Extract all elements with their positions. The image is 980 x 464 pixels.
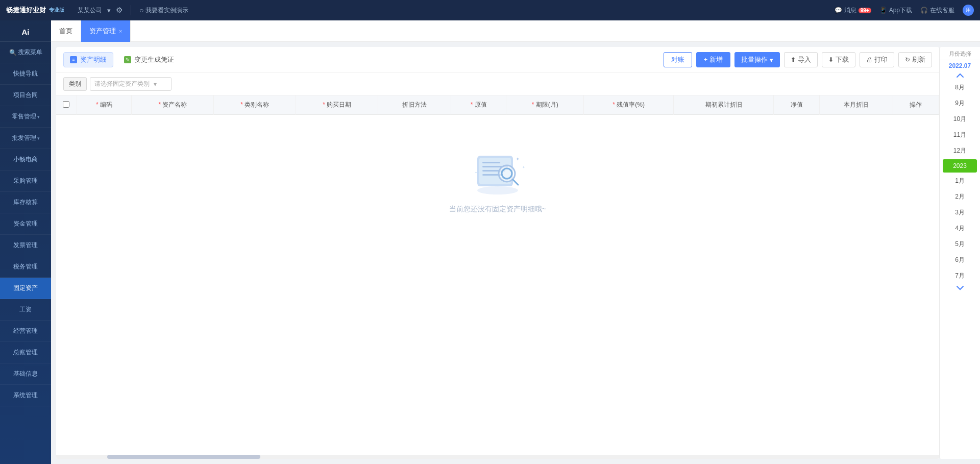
chevron-up-icon	[956, 73, 964, 78]
month-scroll-down[interactable]	[940, 284, 980, 292]
sidebar-item-purchase[interactable]: 采购管理	[0, 170, 51, 192]
divider	[131, 5, 131, 15]
month-item-12[interactable]: 12月	[943, 143, 977, 158]
month-item-5[interactable]: 5月	[943, 237, 977, 252]
sidebar-ecommerce-label: 小畅电商	[13, 155, 38, 164]
sidebar-item-wholesale[interactable]: 批发管理 ▾	[0, 128, 51, 149]
col-name: * 资产名称	[132, 95, 214, 115]
page-content: ≡ 资产明细 ✎ 变更生成凭证 对账 + 新增 批量操作 ▾	[51, 42, 980, 464]
month-item-11[interactable]: 11月	[943, 128, 977, 142]
category-dropdown-icon: ▾	[154, 81, 157, 88]
sidebar-item-basicinfo[interactable]: 基础信息	[0, 363, 51, 385]
sidebar-ai-label: Ai	[4, 28, 47, 36]
col-operation: 操作	[893, 95, 939, 115]
tab-home[interactable]: 首页	[51, 20, 81, 42]
sidebar-item-quicknav[interactable]: 快捷导航	[0, 63, 51, 85]
app-edition: 专业版	[49, 7, 64, 14]
month-scroll-up[interactable]	[940, 71, 980, 80]
col-purchase-date: * 购买日期	[296, 95, 378, 115]
sidebar-item-finance[interactable]: 资金管理	[0, 213, 51, 235]
change-voucher-icon: ✎	[124, 56, 131, 63]
message-label: 消息	[844, 6, 856, 15]
month-item-6[interactable]: 6月	[943, 253, 977, 267]
sub-tab-asset-detail[interactable]: ≡ 资产明细	[63, 52, 113, 67]
top-bar: 畅捷通好业财 专业版 某某公司 ▾ ⚙ ○ 我要看实例演示 💬 消息 99+ 📱…	[0, 0, 980, 20]
svg-line-9	[513, 180, 518, 185]
refresh-button[interactable]: ↻ 刷新	[898, 52, 932, 67]
svg-point-0	[477, 186, 518, 194]
user-avatar[interactable]: 用	[963, 5, 974, 16]
sidebar-finance-label: 资金管理	[13, 219, 38, 228]
batch-button[interactable]: 批量操作 ▾	[734, 52, 780, 67]
sidebar-operation-label: 经营管理	[13, 327, 38, 335]
month-item-2[interactable]: 2月	[943, 189, 977, 204]
batch-label: 批量操作	[741, 55, 768, 64]
sidebar-item-search[interactable]: 🔍 搜索菜单	[0, 42, 51, 63]
table-header-checkbox	[56, 95, 77, 115]
tab-close-icon[interactable]: ×	[119, 28, 122, 34]
sidebar: Ai 🔍 搜索菜单 快捷导航 项目合同 零售管理 ▾ 批发管理 ▾ 小畅电商 采…	[0, 20, 51, 464]
sidebar-item-operation[interactable]: 经营管理	[0, 321, 51, 342]
app-download-btn[interactable]: 📱 App下载	[879, 6, 912, 15]
print-button[interactable]: 🖨 打印	[860, 52, 894, 67]
month-item-1[interactable]: 1月	[943, 174, 977, 188]
sidebar-item-fixedasset[interactable]: 固定资产	[0, 278, 51, 299]
sidebar-salary-label: 工资	[19, 305, 32, 314]
message-badge: 99+	[859, 8, 871, 13]
duizhang-button[interactable]: 对账	[664, 52, 692, 67]
demo-link[interactable]: ○ 我要看实例演示	[139, 6, 188, 15]
select-all-checkbox[interactable]	[63, 101, 69, 108]
settings-icon[interactable]: ⚙	[116, 6, 122, 15]
month-item-9[interactable]: 9月	[943, 96, 977, 111]
svg-text:✦: ✦	[516, 156, 520, 162]
sidebar-item-ledger[interactable]: 总账管理	[0, 342, 51, 363]
sidebar-item-retail[interactable]: 零售管理 ▾	[0, 106, 51, 128]
sidebar-inventory-label: 库存核算	[13, 198, 38, 207]
month-item-3[interactable]: 3月	[943, 205, 977, 220]
sidebar-item-ecommerce[interactable]: 小畅电商	[0, 149, 51, 170]
bottom-scroll[interactable]	[56, 455, 939, 459]
sidebar-wholesale-label: 批发管理	[12, 134, 36, 142]
category-label: 类别	[63, 77, 87, 91]
sub-tab-change-voucher[interactable]: ✎ 变更生成凭证	[117, 52, 181, 67]
category-select: 类别 请选择固定资产类别 ▾	[63, 77, 172, 91]
bottom-scroll-thumb[interactable]	[107, 455, 260, 459]
table-wrapper: * 编码 * 资产名称 * 类别名称 * 购买日期 折旧方法 * 原值 * 期限…	[56, 95, 939, 455]
add-button[interactable]: + 新增	[696, 52, 730, 67]
message-icon: 💬	[835, 7, 842, 14]
tab-asset-management-label: 资产管理	[89, 27, 116, 36]
category-input[interactable]: 请选择固定资产类别 ▾	[90, 77, 172, 91]
col-period: * 期限(月)	[506, 95, 584, 115]
empty-text: 当前您还没有固定资产明细哦~	[449, 205, 546, 214]
sidebar-item-project[interactable]: 项目合同	[0, 85, 51, 106]
sidebar-item-inventory[interactable]: 库存核算	[0, 192, 51, 213]
import-button[interactable]: ⬆ 导入	[784, 52, 818, 67]
sidebar-item-tax[interactable]: 税务管理	[0, 256, 51, 278]
month-item-10[interactable]: 10月	[943, 112, 977, 127]
company-dropdown-icon[interactable]: ▾	[107, 7, 111, 14]
month-year[interactable]: 2022.07	[940, 60, 980, 71]
sidebar-purchase-label: 采购管理	[13, 177, 38, 185]
month-item-7[interactable]: 7月	[943, 268, 977, 283]
download-icon: ⬇	[828, 56, 834, 63]
sidebar-invoice-label: 发票管理	[13, 241, 38, 250]
tab-asset-management[interactable]: 资产管理 ×	[81, 20, 131, 42]
sidebar-item-salary[interactable]: 工资	[0, 299, 51, 321]
sidebar-item-invoice[interactable]: 发票管理	[0, 235, 51, 256]
retail-arrow-icon: ▾	[37, 114, 40, 119]
svg-rect-3	[482, 162, 500, 163]
sidebar-item-system[interactable]: 系统管理	[0, 385, 51, 406]
sidebar-fixedasset-label: 固定资产	[13, 284, 38, 292]
empty-svg: ✦ ✦ ✦	[467, 145, 528, 197]
company-selector[interactable]: 某某公司	[78, 6, 102, 15]
message-btn[interactable]: 💬 消息 99+	[835, 6, 871, 15]
download-button[interactable]: ⬇ 下载	[822, 52, 855, 67]
main-layout: Ai 🔍 搜索菜单 快捷导航 项目合同 零售管理 ▾ 批发管理 ▾ 小畅电商 采…	[0, 20, 980, 464]
month-item-4[interactable]: 4月	[943, 221, 977, 236]
print-icon: 🖨	[866, 56, 872, 63]
online-service-btn[interactable]: 🎧 在线客服	[920, 6, 954, 15]
app-logo: 畅捷通好业财 专业版	[6, 6, 64, 15]
asset-table: * 编码 * 资产名称 * 类别名称 * 购买日期 折旧方法 * 原值 * 期限…	[56, 95, 939, 234]
app-download-icon: 📱	[879, 7, 887, 14]
month-item-8[interactable]: 8月	[943, 80, 977, 95]
